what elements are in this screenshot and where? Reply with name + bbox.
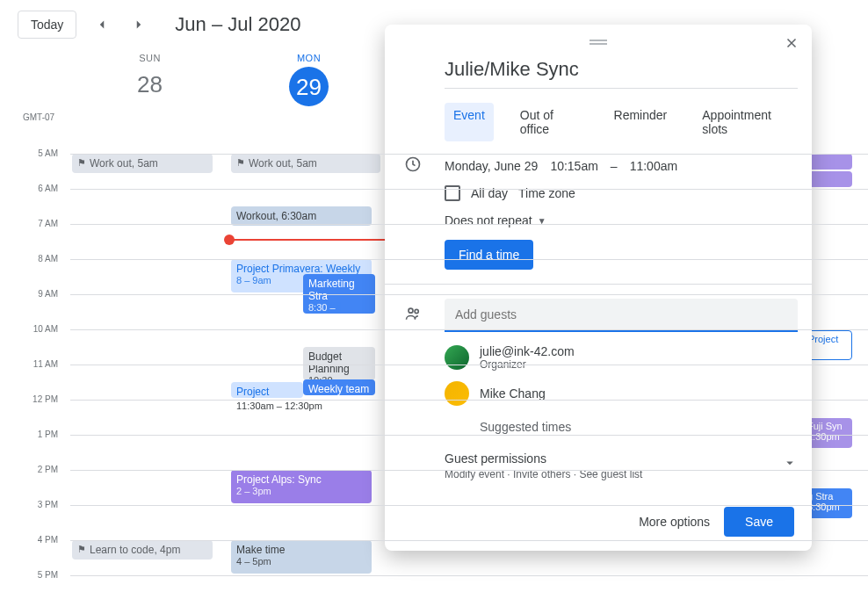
day-sun-num[interactable]: 28	[70, 67, 229, 102]
event-end-time[interactable]: 11:00am	[630, 159, 677, 173]
hour-label: 7 AM	[0, 219, 67, 228]
hour-line	[70, 400, 868, 401]
drag-handle-icon[interactable]	[385, 25, 812, 54]
svg-point-3	[409, 308, 413, 313]
add-guests-input[interactable]	[445, 299, 798, 332]
hour-label: 5 PM	[0, 570, 67, 580]
flag-icon: ⚑	[77, 157, 86, 170]
event-learn-code[interactable]: ⚑Learn to code, 4pm	[72, 540, 213, 560]
hour-label: 12 PM	[0, 394, 67, 404]
hour-label: 8 AM	[0, 254, 67, 264]
event-workout-mon-5am[interactable]: ⚑Work out, 5am	[231, 154, 380, 173]
people-icon	[404, 305, 422, 326]
time-dash: –	[611, 159, 618, 173]
event-team-sync[interactable]: Weekly team s	[303, 379, 375, 395]
save-button[interactable]: Save	[724, 507, 794, 537]
event-date[interactable]: Monday, June 29	[445, 159, 538, 173]
event-start-time[interactable]: 10:15am	[550, 159, 597, 173]
event-budget[interactable]: Budget Planning10:30 – 11:30a	[303, 347, 375, 380]
event-modal: Event Out of office Reminder Appointment…	[385, 25, 812, 551]
tab-out-of-office[interactable]: Out of office	[511, 103, 588, 141]
avatar	[445, 345, 469, 370]
hour-line	[70, 540, 868, 541]
event-workout-630[interactable]: Workout, 6:30am	[231, 206, 372, 226]
event-title-input[interactable]	[445, 54, 798, 89]
chevron-down-icon[interactable]	[782, 455, 798, 474]
hour-line	[70, 505, 868, 506]
hour-line	[70, 224, 868, 225]
hour-line	[70, 329, 868, 330]
gmt-label: GMT-07	[23, 112, 54, 122]
now-indicator	[229, 239, 388, 241]
more-options-button[interactable]: More options	[639, 515, 710, 529]
hour-label: 3 PM	[0, 500, 67, 509]
hour-label: 6 AM	[0, 184, 67, 193]
suggested-times-link[interactable]: Suggested times	[480, 420, 798, 434]
hour-line	[70, 435, 868, 436]
hour-label: 4 PM	[0, 535, 67, 545]
find-time-button[interactable]: Find a time	[445, 240, 533, 270]
event-workout-sun[interactable]: ⚑Work out, 5am	[72, 154, 213, 173]
flag-icon: ⚑	[236, 157, 245, 170]
flag-icon: ⚑	[77, 544, 86, 556]
hour-line	[70, 189, 868, 190]
date-range: Jun – Jul 2020	[175, 13, 300, 36]
hour-label: 2 PM	[0, 465, 67, 474]
guest-name[interactable]: Mike Chang	[480, 386, 546, 401]
hour-label: 1 PM	[0, 430, 67, 439]
hour-line	[70, 259, 868, 260]
avatar	[445, 381, 469, 406]
day-mon-dow: MON	[229, 53, 388, 63]
tab-reminder[interactable]: Reminder	[605, 103, 676, 141]
tab-event[interactable]: Event	[445, 103, 494, 141]
next-icon[interactable]	[127, 13, 150, 36]
hour-label: 5 AM	[0, 148, 67, 158]
hour-line	[70, 154, 868, 155]
day-sun-dow: SUN	[70, 53, 229, 63]
close-icon[interactable]	[784, 35, 799, 54]
allday-checkbox[interactable]	[445, 185, 460, 201]
guest-permissions-title: Guest permissions	[445, 451, 642, 466]
event-alps[interactable]: Project Alps: Sync2 – 3pm	[231, 470, 372, 503]
hour-line	[70, 365, 868, 365]
event-maketime[interactable]: Make time4 – 5pm	[231, 540, 372, 574]
prev-icon[interactable]	[90, 13, 113, 36]
event-primavera-bi[interactable]: Project Primave	[231, 382, 303, 398]
svg-point-4	[415, 309, 418, 313]
hour-label: 10 AM	[0, 324, 67, 334]
today-button[interactable]: Today	[18, 11, 76, 39]
hour-label: 11 AM	[0, 359, 67, 369]
tab-appointment-slots[interactable]: Appointment slots	[693, 103, 798, 141]
day-mon-num[interactable]: 29	[289, 67, 329, 106]
guest-email[interactable]: julie@ink-42.com	[480, 344, 575, 358]
hour-line	[70, 575, 868, 576]
clock-icon	[404, 155, 422, 177]
hour-line	[70, 470, 868, 471]
hour-label: 9 AM	[0, 289, 67, 299]
repeat-select[interactable]: Does not repeat ▼	[445, 213, 546, 227]
hour-line	[70, 294, 868, 295]
